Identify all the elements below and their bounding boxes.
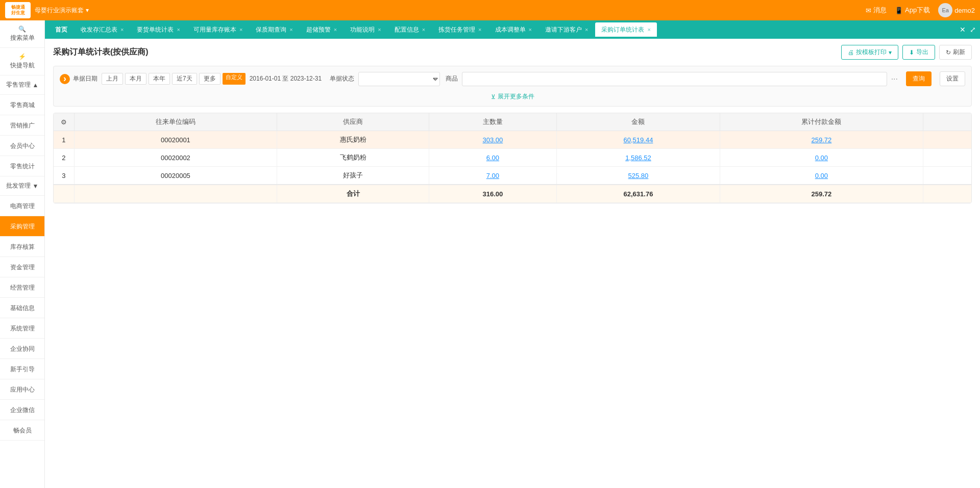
refresh-btn[interactable]: ↻ 刷新	[939, 45, 972, 60]
print-icon: 🖨	[848, 49, 854, 56]
footer-label: 合计	[277, 185, 429, 203]
more-options-icon[interactable]: ···	[891, 74, 898, 84]
close-icon[interactable]: ×	[647, 27, 650, 33]
last-7-days-btn[interactable]: 近7天	[172, 73, 197, 85]
close-icon[interactable]: ×	[334, 27, 337, 33]
sidebar-item-quick-nav[interactable]: ⚡ 快捷导航	[0, 48, 44, 75]
sidebar-item-purchase[interactable]: 采购管理	[0, 216, 44, 237]
column-settings[interactable]: ⚙	[54, 113, 74, 131]
close-icon[interactable]: ×	[120, 27, 124, 33]
filter-collapse-btn[interactable]: ›	[60, 74, 70, 84]
app-logo: 畅捷通 好生意	[5, 2, 31, 18]
sidebar-item-marketing[interactable]: 营销推广	[0, 115, 44, 136]
tab-home[interactable]: 首页	[49, 22, 74, 37]
tab-config[interactable]: 配置信息 ×	[388, 22, 431, 37]
print-btn[interactable]: 🖨 按模板打印 ▾	[841, 45, 898, 60]
status-select[interactable]	[358, 72, 440, 86]
row-paid: 0.00	[720, 149, 923, 167]
expand-down-icon: ⊻	[491, 93, 496, 100]
quick-nav-icon: ⚡	[2, 53, 42, 60]
close-icon[interactable]: ×	[289, 27, 292, 33]
sidebar-item-enterprise[interactable]: 企业协同	[0, 339, 44, 359]
sidebar-item-new-guide[interactable]: 新手引导	[0, 359, 44, 379]
row-amount: 60,519.44	[556, 131, 720, 149]
more-dates-btn[interactable]: 更多	[199, 73, 220, 85]
table-footer-row: 合计 316.00 62,631.76 259.72	[54, 185, 971, 203]
sidebar-item-wholesale[interactable]: 批发管理 ▼	[0, 176, 44, 196]
message-icon-btn[interactable]: ✉ 消息	[866, 6, 887, 15]
goods-label: 商品	[446, 74, 458, 83]
close-icon[interactable]: ×	[422, 27, 425, 33]
sidebar-item-system[interactable]: 系统管理	[0, 318, 44, 339]
tab-function[interactable]: 功能说明 ×	[344, 22, 387, 37]
content-area: 首页 收发存汇总表 × 要货单统计表 × 可用量库存账本 × 保质期查询 × 超…	[45, 20, 980, 488]
page-title: 采购订单统计表(按供应商)	[53, 47, 149, 58]
sidebar-item-retail-stat[interactable]: 零售统计	[0, 156, 44, 176]
quick-date-buttons: 上月 本月 本年 近7天 更多 自定义	[102, 73, 246, 85]
page-content: 采购订单统计表(按供应商) 🖨 按模板打印 ▾ ⬇ 导出 ↻	[45, 39, 980, 488]
expand-icon: ▲	[33, 82, 39, 89]
sidebar-item-basic[interactable]: 基础信息	[0, 298, 44, 318]
close-icon[interactable]: ×	[378, 27, 381, 33]
column-quantity: 主数量	[429, 113, 556, 131]
window-maximize-btn[interactable]: ⤢	[970, 25, 976, 34]
custom-date-badge: 自定义	[223, 73, 246, 85]
filter-row-1: › 单据日期 上月 本月 本年 近7天 更多 自定义	[60, 71, 965, 86]
this-year-btn[interactable]: 本年	[149, 73, 170, 85]
app-download-btn[interactable]: 📱 App下载	[895, 6, 930, 15]
row-paid: 0.00	[720, 167, 923, 185]
table-row[interactable]: 2 00020002 飞鹤奶粉 6.00 1,586.52 0.00	[54, 149, 971, 167]
workspace-name: 母婴行业演示账套	[35, 6, 84, 15]
tab-purchase-order-stat[interactable]: 采购订单统计表 ×	[595, 22, 656, 37]
table-row[interactable]: 1 00020001 惠氏奶粉 303.00 60,519.44 259.72	[54, 131, 971, 149]
sidebar-item-search[interactable]: 🔍 搜索菜单	[0, 20, 44, 48]
column-supplier: 供应商	[277, 113, 429, 131]
workspace-selector[interactable]: 母婴行业演示账套 ▾	[35, 6, 89, 15]
close-icon[interactable]: ×	[478, 27, 481, 33]
expand-more-btn[interactable]: ⊻ 展开更多条件	[491, 92, 534, 101]
sidebar-item-retail-shop[interactable]: 零售商城	[0, 95, 44, 115]
close-icon[interactable]: ×	[177, 27, 180, 33]
top-bar-left: 畅捷通 好生意 母婴行业演示账套 ▾	[5, 2, 89, 18]
row-code: 00020001	[74, 131, 277, 149]
sidebar-item-finance[interactable]: 资金管理	[0, 257, 44, 277]
row-index: 1	[54, 131, 74, 149]
close-icon[interactable]: ×	[529, 27, 532, 33]
column-empty	[923, 113, 971, 131]
goods-input[interactable]	[462, 72, 887, 86]
sidebar-item-operation[interactable]: 经营管理	[0, 277, 44, 298]
close-icon[interactable]: ×	[239, 27, 242, 33]
footer-paid: 259.72	[720, 185, 923, 203]
tab-pick-task[interactable]: 拣货任务管理 ×	[432, 22, 487, 37]
this-month-btn[interactable]: 本月	[125, 73, 146, 85]
sidebar-item-retail[interactable]: 零售管理 ▲	[0, 75, 44, 95]
avatar: Ea	[938, 3, 952, 17]
window-close-btn[interactable]: ✕	[960, 25, 966, 34]
tab-cost-adjust[interactable]: 成本调整单 ×	[489, 22, 538, 37]
tab-overstock[interactable]: 超储预警 ×	[300, 22, 343, 37]
tab-invite[interactable]: 邀请下游客户 ×	[539, 22, 594, 37]
sidebar-item-member2[interactable]: 畅会员	[0, 420, 44, 441]
sidebar-item-wechat[interactable]: 企业微信	[0, 400, 44, 420]
tab-purchase-stat[interactable]: 要货单统计表 ×	[131, 22, 186, 37]
last-month-btn[interactable]: 上月	[102, 73, 123, 85]
sidebar-item-inventory-check[interactable]: 库存核算	[0, 237, 44, 257]
app-download-label: App下载	[905, 6, 930, 15]
sidebar-item-member[interactable]: 会员中心	[0, 136, 44, 156]
settings-icon: ⚙	[61, 118, 67, 126]
user-avatar-btn[interactable]: Ea demo2	[938, 3, 975, 17]
query-btn[interactable]: 查询	[906, 71, 932, 86]
top-bar: 畅捷通 好生意 母婴行业演示账套 ▾ ✉ 消息 📱 App下载 Ea demo2	[0, 0, 980, 20]
sidebar-item-ecommerce[interactable]: 电商管理	[0, 196, 44, 216]
table-row[interactable]: 3 00020005 好孩子 7.00 525.80 0.00	[54, 167, 971, 185]
tab-inventory[interactable]: 可用量库存账本 ×	[187, 22, 249, 37]
close-icon[interactable]: ×	[585, 27, 588, 33]
footer-quantity: 316.00	[429, 185, 556, 203]
sidebar-item-app-center[interactable]: 应用中心	[0, 379, 44, 400]
row-index: 3	[54, 167, 74, 185]
settings-filter-btn[interactable]: 设置	[940, 71, 965, 86]
row-quantity: 7.00	[429, 167, 556, 185]
export-btn[interactable]: ⬇ 导出	[902, 45, 935, 60]
tab-expiry[interactable]: 保质期查询 ×	[250, 22, 299, 37]
tab-collect[interactable]: 收发存汇总表 ×	[75, 22, 130, 37]
